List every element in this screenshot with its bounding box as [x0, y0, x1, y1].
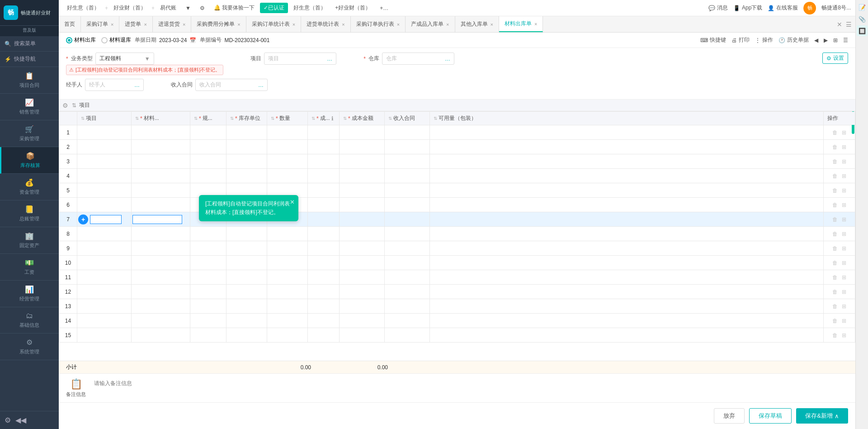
cell-cost-amount-4[interactable] — [340, 169, 385, 183]
sidebar-item-inventory[interactable]: 📦 库存核算 — [0, 147, 59, 174]
cell-spec-9[interactable] — [190, 241, 226, 256]
cell-cost-5[interactable] — [308, 183, 340, 198]
col-header-spec[interactable]: ⇅ * 规... — [190, 112, 226, 125]
remarks-input[interactable] — [90, 378, 848, 388]
collapse-button[interactable]: ◀◀ — [15, 416, 26, 424]
cell-material-11[interactable] — [132, 270, 190, 285]
cell-income-contract-1[interactable] — [385, 125, 430, 140]
cell-material-9[interactable] — [132, 241, 190, 256]
cell-spec-14[interactable] — [190, 314, 226, 328]
cell-cost-2[interactable] — [308, 140, 340, 154]
cell-unit-12[interactable] — [226, 285, 267, 299]
delete-icon-14[interactable]: 🗑 — [832, 318, 838, 324]
list-view-button[interactable]: ☰ — [843, 37, 848, 43]
cell-income-contract-7[interactable] — [385, 212, 430, 227]
cell-available-qty-15[interactable] — [430, 328, 824, 343]
delete-icon-7[interactable]: 🗑 — [832, 216, 838, 223]
cell-available-qty-8[interactable] — [430, 227, 824, 241]
cell-spec-10[interactable] — [190, 256, 226, 270]
cell-spec-13[interactable] — [190, 299, 226, 314]
cell-qty-1[interactable] — [267, 125, 308, 140]
cell-income-contract-2[interactable] — [385, 140, 430, 154]
cell-item-13[interactable] — [77, 299, 132, 314]
copy-icon-6[interactable]: ⊞ — [842, 202, 846, 208]
cell-qty-12[interactable] — [267, 285, 308, 299]
cell-cost-14[interactable] — [308, 314, 340, 328]
cell-available-qty-9[interactable] — [430, 241, 824, 256]
cell-cost-8[interactable] — [308, 227, 340, 241]
cell-available-qty-1[interactable] — [430, 125, 824, 140]
prev-record-button[interactable]: ◀ — [814, 37, 818, 43]
cell-unit-10[interactable] — [226, 256, 267, 270]
copy-icon-11[interactable]: ⊞ — [842, 274, 846, 281]
tab-close-finished[interactable]: × — [446, 22, 449, 27]
cell-material-14[interactable] — [132, 314, 190, 328]
save-new-button[interactable]: 保存&新增 ∧ — [796, 408, 848, 424]
sidebar-item-ops[interactable]: 📊 经营管理 — [0, 281, 59, 307]
cell-cost-10[interactable] — [308, 256, 340, 270]
cell-material-3[interactable] — [132, 154, 190, 169]
cell-item-14[interactable] — [77, 314, 132, 328]
cell-unit-4[interactable] — [226, 169, 267, 183]
cell-available-qty-13[interactable] — [430, 299, 824, 314]
topbar-haoyecai2[interactable]: +好业财（首） — [331, 2, 374, 14]
copy-icon-2[interactable]: ⊞ — [842, 144, 846, 150]
cell-spec-3[interactable] — [190, 154, 226, 169]
cell-cost-amount-2[interactable] — [340, 140, 385, 154]
cell-material-15[interactable] — [132, 328, 190, 343]
save-draft-button[interactable]: 保存草稿 — [749, 408, 792, 424]
delete-icon-6[interactable]: 🗑 — [832, 202, 838, 208]
copy-icon-12[interactable]: ⊞ — [842, 289, 846, 295]
sidebar-item-project[interactable]: 📋 项目合同 — [0, 67, 59, 94]
sidebar-item-salary[interactable]: 💵 工资 — [0, 254, 59, 281]
cell-available-qty-10[interactable] — [430, 256, 824, 270]
delete-icon-3[interactable]: 🗑 — [832, 158, 838, 165]
tab-close-purchase-receipt[interactable]: × — [144, 22, 146, 27]
next-record-button[interactable]: ▶ — [824, 37, 828, 43]
cell-item-5[interactable] — [77, 183, 132, 198]
col-header-income-contract[interactable]: ⇅ 收入合同 — [385, 112, 430, 125]
cell-cost-amount-13[interactable] — [340, 299, 385, 314]
tab-material-issue[interactable]: 材料出库单 × — [499, 16, 543, 32]
radio-material-issue[interactable]: 材料出库 — [66, 36, 96, 44]
cell-qty-9[interactable] — [267, 241, 308, 256]
cell-spec-15[interactable] — [190, 328, 226, 343]
cell-available-qty-4[interactable] — [430, 169, 824, 183]
cell-cost-amount-12[interactable] — [340, 285, 385, 299]
cell-cost-1[interactable] — [308, 125, 340, 140]
delete-icon-15[interactable]: 🗑 — [832, 332, 838, 338]
tab-list-button[interactable]: ☰ — [846, 21, 852, 28]
income-contract-link-icon[interactable]: … — [258, 82, 264, 88]
cell-unit-1[interactable] — [226, 125, 267, 140]
cell-unit-2[interactable] — [226, 140, 267, 154]
tab-close-material-issue[interactable]: × — [534, 21, 537, 27]
cell-available-qty-11[interactable] — [430, 270, 824, 285]
project-link-icon[interactable]: … — [327, 56, 332, 62]
cell-available-qty-3[interactable] — [430, 154, 824, 169]
cell-material-12[interactable] — [132, 285, 190, 299]
cell-available-qty-2[interactable] — [430, 140, 824, 154]
cell-cost-amount-5[interactable] — [340, 183, 385, 198]
tab-other-receipt[interactable]: 其他入库单 × — [455, 16, 499, 32]
cell-available-qty-14[interactable] — [430, 314, 824, 328]
topbar-haoyecai[interactable]: 好业财（首） — [110, 2, 150, 14]
cell-unit-14[interactable] — [226, 314, 267, 328]
cell-qty-10[interactable] — [267, 256, 308, 270]
cell-income-contract-15[interactable] — [385, 328, 430, 343]
handler-link-icon[interactable]: … — [134, 82, 140, 88]
tab-expense[interactable]: 采购费用分摊单 × — [191, 16, 246, 32]
cell-cost-amount-9[interactable] — [340, 241, 385, 256]
tooltip-close-button[interactable]: ✕ — [290, 198, 295, 207]
cell-unit-11[interactable] — [226, 270, 267, 285]
cell-unit-3[interactable] — [226, 154, 267, 169]
add-row-button[interactable]: + — [78, 214, 88, 224]
topbar-trial[interactable]: 🔔 我要体验一下 — [210, 2, 258, 14]
docno-value[interactable]: MD-20230324-001 — [224, 37, 269, 43]
handler-select[interactable]: 经手人 … — [85, 79, 144, 91]
tab-return[interactable]: 进退货货 × — [153, 16, 191, 32]
tab-receipt-stat[interactable]: 进货单统计表 × — [301, 16, 350, 32]
sidebar-quick-nav[interactable]: ⚡ 快捷导航 — [0, 52, 59, 67]
tab-finished[interactable]: 产成品入库单 × — [406, 16, 455, 32]
topbar-haoshengyi[interactable]: 好生意（首） — [63, 2, 103, 14]
cell-spec-12[interactable] — [190, 285, 226, 299]
